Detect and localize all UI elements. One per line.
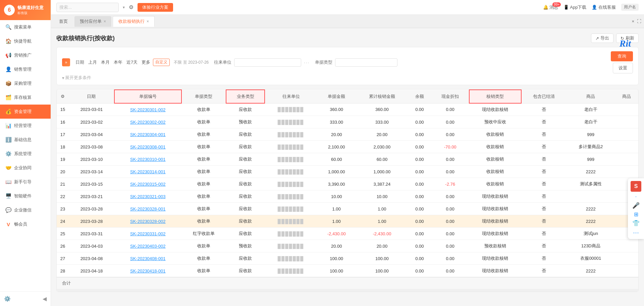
filter-date-7days[interactable]: 近7天 [125,59,139,66]
export-button[interactable]: ↗ 导出 [591,34,613,43]
sidebar-item-member[interactable]: V 畅会员 [0,217,51,231]
filter-settings-button[interactable]: 设置 [613,63,633,73]
overlay-dot-icon[interactable]: · [635,194,637,200]
table-cell: 2023-03-08 [69,141,114,153]
horizontal-scrollbar[interactable] [57,289,638,292]
filter-collapse-button[interactable]: » [62,58,70,66]
settings-bottom-icon[interactable]: ⚙️ [4,296,11,302]
overlay-shirt-icon[interactable]: 👕 [632,220,640,227]
table-cell: 老白干 [567,116,615,128]
table-cell: 收款核销 [469,178,521,190]
tab-home[interactable]: 首页 [54,16,73,27]
table-cell: 应收款 [226,103,265,116]
tabs-maximize-icon[interactable]: ⛶ [637,19,641,24]
overlay-s-button[interactable]: S [631,181,641,192]
th-gear[interactable]: ⚙ [57,90,69,103]
sidebar-item-search-menu[interactable]: 🔍 搜索菜单 [0,20,51,34]
sidebar-item-hardware[interactable]: 🖥️ 智能硬件 [0,189,51,203]
th-cumulative[interactable]: 累计核销金额 [356,90,408,103]
table-cell: 17 [57,128,69,141]
th-include-settled[interactable]: 包含已结清 [521,90,567,103]
table-cell: 现结收款核销 [469,252,521,265]
table-cell[interactable]: SK-20230314-001 [114,166,181,178]
overlay-mic-icon[interactable]: 🎤 [632,202,640,209]
tab-prepay-close[interactable]: × [104,19,106,24]
table-cell: 收款单 [181,153,226,166]
sidebar-item-guide[interactable]: 📖 新手引导 [0,175,51,189]
table-cell: 收款单 [181,265,226,278]
th-amount[interactable]: 单据金额 [317,90,356,103]
table-cell: 0.00 [408,215,431,228]
filter-date-custom[interactable]: 自定义 [153,59,170,66]
table-cell[interactable]: SK-20230418-001 [114,265,181,278]
filter-date-this-year[interactable]: 本年 [112,59,124,66]
sidebar-item-operations[interactable]: 📊 经营管理 [0,119,51,133]
filter-date-this-month[interactable]: 本月 [100,59,111,66]
online-service-button[interactable]: 👤 在线客服 [592,4,616,10]
query-button[interactable]: 查询 [611,51,633,61]
th-goods[interactable]: 商品 [567,90,615,103]
filter-expand-row[interactable]: ▾ 展开更多条件 [62,75,633,81]
table-cell: 2,030.00 [356,141,408,153]
sidebar-item-basic-info[interactable]: ℹ️ 基础信息 [0,133,51,147]
filter-date-prev-month[interactable]: 上月 [87,59,98,66]
th-counterparty[interactable]: 往来单位 [265,90,317,103]
table-cell[interactable]: SK-20230331-002 [114,228,181,240]
sidebar-item-quick-nav[interactable]: 🏠 快捷导航 [0,34,51,48]
sidebar-item-system[interactable]: ⚙️ 系统管理 [0,147,51,161]
sidebar-item-finance[interactable]: 💰 资金管理 [0,105,51,119]
sidebar-item-sales[interactable]: 👤 销售管理 [0,62,51,76]
th-date[interactable]: 日期 [69,90,114,103]
message-button[interactable]: 🔔 消息 99+ [543,4,558,10]
service-label: 在线客服 [598,5,616,10]
table-cell[interactable]: SK-20230310-001 [114,153,181,166]
filter-counterparty-input[interactable] [234,58,301,67]
th-voucher-no[interactable]: 单据编号 [114,90,181,103]
table-cell: 0.00 [408,240,431,252]
tabs-close-icon[interactable]: × [632,19,634,24]
collapse-sidebar-icon[interactable]: ◀ [43,296,47,302]
table-cell: 测试jun [567,228,615,240]
table-cell[interactable]: SK-20230328-002 [114,215,181,228]
overlay-apps-icon[interactable]: ⋯ [633,229,639,236]
sidebar-item-enterprise[interactable]: 🤝 企业协同 [0,161,51,175]
app-download-button[interactable]: 📱 App下载 [564,4,586,10]
filter-voucher-type-input[interactable] [335,58,397,67]
sidebar-item-marketing[interactable]: 📢 营销推广 [0,48,51,62]
table-cell: ███████ [265,116,317,128]
topbar-chevron-icon[interactable]: ▾ [123,5,125,10]
th-biz-type[interactable]: 业务类型 [226,90,265,103]
table-cell: ███████ [265,203,317,215]
tab-prepay[interactable]: 预付应付单 × [74,16,111,27]
th-balance[interactable]: 余额 [408,90,431,103]
tab-receipt-verify[interactable]: 收款核销执行 × [113,16,155,27]
table-cell[interactable]: SK-20230301-002 [114,103,181,116]
th-goods2[interactable]: 商品 [615,90,638,103]
table-cell[interactable]: SK-20230408-001 [114,252,181,265]
user-menu[interactable]: 用户名 [621,4,639,11]
sidebar-item-wechat[interactable]: 💬 企业微信 [0,203,51,217]
th-verify-type[interactable]: 核销类型 [469,90,521,103]
table-cell[interactable]: SK-20230321-003 [114,190,181,203]
table-cell[interactable]: SK-20230308-001 [114,141,181,153]
solution-button[interactable]: 体验行业方案 [138,3,173,12]
quick-nav-label: 快捷导航 [14,38,32,44]
table-cell: 红字收款单 [181,228,226,240]
sidebar-item-inventory[interactable]: 🗂️ 库存核算 [0,90,51,105]
table-cell[interactable]: SK-20230302-002 [114,116,181,128]
table-cell[interactable]: SK-20230328-001 [114,203,181,215]
table-cell: -2,430.00 [356,228,408,240]
filter-date-more[interactable]: 更多 [140,59,152,66]
overlay-grid-icon[interactable]: ⊞ [634,211,638,218]
sidebar-item-purchase[interactable]: 📦 采购管理 [0,76,51,90]
topbar-search-input[interactable] [56,3,119,12]
tabs-actions: × ⛶ [632,19,641,24]
th-voucher-type[interactable]: 单据类型 [181,90,226,103]
table-cell[interactable]: SK-20230304-001 [114,128,181,141]
tab-receipt-verify-close[interactable]: × [147,19,149,24]
table-cell[interactable]: SK-20230403-002 [114,240,181,252]
table-cell: 2023-03-15 [69,178,114,190]
topbar-gear-icon[interactable]: ⚙ [129,4,133,10]
th-cash-discount[interactable]: 现金折扣 [431,90,469,103]
table-cell[interactable]: SK-20230315-002 [114,178,181,190]
